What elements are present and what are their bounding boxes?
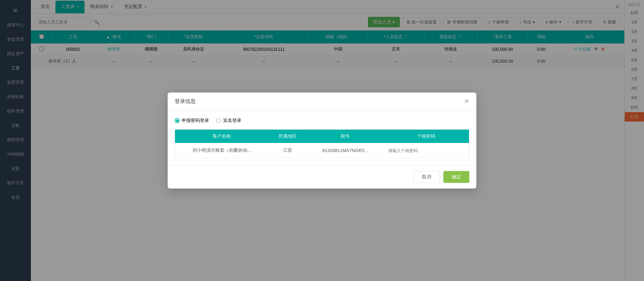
client-table: 客户名称 所属地区 税号 个税密码 刘小艳演示账套（勿删勿动... 江苏 913… <box>175 129 469 158</box>
cancel-button[interactable]: 取消 <box>413 171 440 183</box>
col-tax-password: 个税密码 <box>383 130 469 143</box>
dialog-close-icon[interactable]: ✕ <box>464 97 469 105</box>
radio-password-icon[interactable] <box>175 118 180 123</box>
dialog-header: 登录信息 ✕ <box>168 92 476 110</box>
radio-password-login[interactable]: 申报密码登录 <box>175 117 209 124</box>
tax-password-input[interactable] <box>388 148 464 153</box>
login-radio-group: 申报密码登录 实名登录 <box>175 117 469 124</box>
radio-realname-label: 实名登录 <box>223 117 241 124</box>
region-cell: 江苏 <box>269 143 307 158</box>
client-name-cell: 刘小艳演示账套（勿删勿动... <box>175 143 269 158</box>
radio-password-label: 申报密码登录 <box>182 117 209 124</box>
col-client-name: 客户名称 <box>175 130 269 143</box>
dialog-title: 登录信息 <box>175 98 196 105</box>
col-tax-no: 税号 <box>307 130 383 143</box>
col-region: 所属地区 <box>269 130 307 143</box>
radio-realname-icon[interactable] <box>216 118 221 123</box>
client-row: 刘小艳演示账套（勿删勿动... 江苏 91320811MA7NGR2... <box>175 143 469 158</box>
radio-realname-login[interactable]: 实名登录 <box>216 117 241 124</box>
password-cell[interactable] <box>383 143 469 158</box>
tax-no-cell: 91320811MA7NGR2... <box>307 143 383 158</box>
dialog-footer: 取消 确定 <box>168 165 476 189</box>
dialog-body: 申报密码登录 实名登录 客户名称 所属地区 税号 个税密码 <box>168 110 476 165</box>
confirm-button[interactable]: 确定 <box>443 171 469 183</box>
modal-overlay: 登录信息 ✕ 申报密码登录 实名登录 <box>0 0 644 281</box>
login-dialog: 登录信息 ✕ 申报密码登录 实名登录 <box>168 92 476 189</box>
